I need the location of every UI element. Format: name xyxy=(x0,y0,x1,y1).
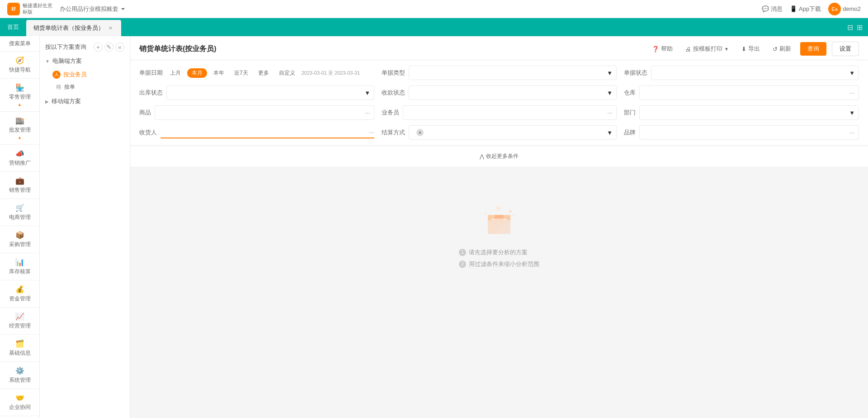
scheme-group-mobile-title[interactable]: ▶ 移动端方案 xyxy=(40,95,130,108)
doc-status-select[interactable]: ▼ xyxy=(651,66,859,80)
sidebar-search-area[interactable]: 搜索菜单 xyxy=(0,36,39,52)
settlement-chevron-icon: ▼ xyxy=(607,129,613,136)
page-actions: ❓ 帮助 🖨 按模板打印 ▼ ⬇ 导出 ↺ 刷新 xyxy=(648,42,859,56)
tab-minimize-icon[interactable]: ⊟ xyxy=(847,23,853,32)
scheme-item-sub-by-order[interactable]: 格 按单 xyxy=(40,81,130,93)
scheme-item-by-staff[interactable]: 人 按业务员 xyxy=(40,68,130,81)
sidebar-item-enterprise[interactable]: 🤝 企业协同 xyxy=(0,389,39,416)
sidebar-item-operations[interactable]: 📈 经营管理 xyxy=(0,308,39,335)
user-menu[interactable]: Ea demo2 xyxy=(828,3,861,15)
date-btn-this-month[interactable]: 本月 xyxy=(187,68,207,78)
filter-doctype-cell: 单据类型 ▼ xyxy=(382,66,617,80)
message-button[interactable]: 💬 消息 xyxy=(762,5,783,13)
sidebar-item-label: 批发管理 xyxy=(9,126,31,134)
tab-expand-icon[interactable]: ⊞ xyxy=(857,23,863,32)
tab-sales-stat[interactable]: 销货单统计表（按业务员） ✕ xyxy=(26,20,121,36)
tab-home[interactable]: 首页 xyxy=(0,18,26,36)
dept-chevron-icon: ▼ xyxy=(849,109,855,116)
purchase-icon: 📦 xyxy=(15,231,24,239)
sidebar-item-wholesale[interactable]: 🏬 批发管理 ▲ xyxy=(0,112,39,145)
date-btn-last7[interactable]: 近7天 xyxy=(231,68,252,78)
message-icon: 💬 xyxy=(762,5,769,12)
goods-label: 商品 xyxy=(139,109,151,117)
collapse-up-icon: ⋀ xyxy=(480,153,484,160)
help-button[interactable]: ❓ 帮助 xyxy=(648,43,676,55)
marketing-icon: 📣 xyxy=(15,149,24,158)
top-bar: 好 畅捷通好生意 标版 办公用品行业模拟账套 💬 消息 📱 App下载 Ea d… xyxy=(0,0,868,18)
collapse-scheme-button[interactable]: « xyxy=(115,43,124,52)
nav-dropdown[interactable]: 办公用品行业模拟账套 xyxy=(56,3,129,15)
brand-dots-icon[interactable]: ··· xyxy=(849,129,855,136)
brand-input[interactable]: ··· xyxy=(639,125,859,140)
sidebar-item-quick-nav[interactable]: 🧭 快捷导航 xyxy=(0,52,39,79)
date-btn-custom[interactable]: 自定义 xyxy=(275,68,299,78)
settlement-select[interactable]: ✕ ▼ xyxy=(409,125,617,140)
goods-input[interactable]: ··· xyxy=(155,105,374,120)
collapse-row: ⋀ 收起更多条件 xyxy=(130,146,868,166)
svg-point-6 xyxy=(485,212,486,214)
receiver-dots-icon[interactable]: ··· xyxy=(369,128,374,136)
sub-icon: 格 xyxy=(56,83,61,91)
settings-button[interactable]: 设置 xyxy=(832,42,859,56)
edit-scheme-button[interactable]: ✎ xyxy=(104,43,113,52)
sidebar-item-sales[interactable]: 💼 销售管理 xyxy=(0,172,39,199)
help-icon: ❓ xyxy=(652,46,659,52)
date-btn-last-month[interactable]: 上月 xyxy=(166,68,184,78)
date-btn-more[interactable]: 更多 xyxy=(255,68,273,78)
tip-item-1: 1 请先选择要分析的方案 xyxy=(459,247,539,258)
scheme-group-desktop-title[interactable]: ▼ 电脑端方案 xyxy=(40,54,130,68)
settlement-clear-icon[interactable]: ✕ xyxy=(416,129,424,136)
out-status-select[interactable]: ▼ xyxy=(166,86,374,100)
date-btn-this-year[interactable]: 本年 xyxy=(210,68,228,78)
tip-item-2: 2 用过滤条件来缩小分析范围 xyxy=(459,258,539,270)
inventory-icon: 📊 xyxy=(15,258,24,266)
tip-num-1: 1 xyxy=(459,249,466,256)
operations-icon: 📈 xyxy=(15,312,24,321)
payment-status-select[interactable]: ▼ xyxy=(409,86,617,100)
scheme-actions: + ✎ « xyxy=(94,43,124,52)
staff-dots-icon[interactable]: ··· xyxy=(607,109,613,116)
app-download-button[interactable]: 📱 App下载 xyxy=(790,5,821,13)
query-button[interactable]: 查询 xyxy=(800,42,826,56)
filter-settlement-cell: 结算方式 ✕ ▼ xyxy=(382,125,617,140)
warehouse-dots-icon[interactable]: ··· xyxy=(849,89,855,96)
add-scheme-button[interactable]: + xyxy=(94,43,103,52)
payment-status-label: 收款状态 xyxy=(382,89,405,97)
sidebar-item-label: 零售管理 xyxy=(9,93,31,101)
sidebar-item-retail[interactable]: 🏪 零售管理 ▲ xyxy=(0,79,39,112)
doc-type-select[interactable]: ▼ xyxy=(409,66,617,80)
receiver-input-wrapper[interactable]: ··· xyxy=(160,127,374,138)
sidebar-item-ecommerce[interactable]: 🛒 电商管理 xyxy=(0,199,39,226)
sidebar-item-label: 经营管理 xyxy=(9,322,31,330)
sidebar-item-marketing[interactable]: 📣 营销推广 xyxy=(0,145,39,172)
basic-icon: 🗂️ xyxy=(15,339,24,348)
filter-dept-cell: 部门 ▼ xyxy=(624,105,859,120)
chevron-down-icon xyxy=(120,6,126,12)
sidebar: 搜索菜单 🧭 快捷导航 🏪 零售管理 ▲ 🏬 批发管理 ▲ 📣 营销推广 💼 销… xyxy=(0,36,40,418)
sidebar-item-purchase[interactable]: 📦 采购管理 xyxy=(0,226,39,253)
scheme-panel: 按以下方案查询 + ✎ « ▼ 电脑端方案 人 按业务员 格 xyxy=(40,36,130,418)
sidebar-item-system[interactable]: ⚙️ 系统管理 xyxy=(0,362,39,389)
top-bar-right: 💬 消息 📱 App下载 Ea demo2 xyxy=(762,3,861,15)
refresh-button[interactable]: ↺ 刷新 xyxy=(769,43,795,55)
sidebar-item-inventory[interactable]: 📊 库存核算 xyxy=(0,253,39,280)
export-button[interactable]: ⬇ 导出 xyxy=(738,43,764,55)
tab-close-icon[interactable]: ✕ xyxy=(107,24,114,32)
top-bar-left: 好 畅捷通好生意 标版 办公用品行业模拟账套 xyxy=(7,3,129,15)
sidebar-item-guide[interactable]: 🎯 新手引导 xyxy=(0,416,39,418)
scheme-group-desktop: ▼ 电脑端方案 人 按业务员 格 按单 xyxy=(40,54,130,93)
receiver-input[interactable] xyxy=(160,129,367,136)
logo-area: 好 畅捷通好生意 标版 xyxy=(7,3,52,15)
svg-point-4 xyxy=(509,210,512,213)
goods-dots-icon[interactable]: ··· xyxy=(365,109,370,116)
staff-input[interactable]: ··· xyxy=(403,105,617,120)
sidebar-item-basic[interactable]: 🗂️ 基础信息 xyxy=(0,335,39,362)
filter-row-4: 收货人 ··· 结算方式 ✕ xyxy=(139,125,859,140)
collapse-button[interactable]: ⋀ 收起更多条件 xyxy=(480,150,519,163)
warehouse-input[interactable]: ··· xyxy=(639,86,859,100)
template-print-button[interactable]: 🖨 按模板打印 ▼ xyxy=(682,43,732,55)
dept-select[interactable]: ▼ xyxy=(639,105,859,120)
sidebar-item-finance[interactable]: 💰 资金管理 xyxy=(0,280,39,308)
filter-staff-cell: 业务员 ··· xyxy=(382,105,617,120)
filter-row-2: 出库状态 ▼ 收款状态 ▼ xyxy=(139,86,859,100)
